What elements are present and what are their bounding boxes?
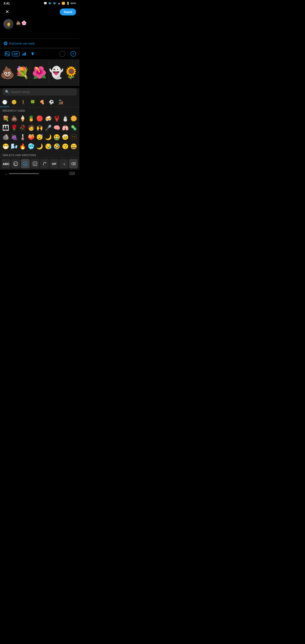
svg-point-10	[26, 163, 26, 164]
character-counter	[59, 51, 65, 57]
location-button[interactable]	[29, 50, 36, 58]
emoji-button[interactable]	[21, 159, 30, 168]
tweet-text[interactable]: 💩🌸	[16, 19, 76, 37]
tab-travel[interactable]: 🚂	[56, 98, 65, 107]
status-bar: 3:41 💬 🐦 🐦 ▲ 📶 🔋 94%	[0, 0, 80, 6]
wifi-icon: ▲	[58, 2, 60, 5]
bottom-handle	[9, 173, 39, 174]
emoji-cell[interactable]: 🦠	[70, 123, 78, 132]
svg-rect-4	[25, 52, 26, 56]
emoji-cell[interactable]: 🌙	[44, 132, 52, 142]
svg-rect-11	[33, 162, 37, 166]
emoji-keyboard: 🔍 🕐 😊 🚶 🍀 🍕 ⚽ 🚂 RECENTLY USED 💐 💩 🍦 🍍 🔴 …	[0, 88, 80, 158]
tweet-button[interactable]: Tweet	[60, 8, 76, 16]
gif-keyboard-button[interactable]: GIF	[50, 159, 58, 168]
tab-food[interactable]: 🍕	[37, 98, 46, 107]
sticker-item-0[interactable]: 💩💐	[0, 61, 30, 84]
tab-activities[interactable]: ⚽	[46, 98, 56, 107]
recently-used-grid: 💐 💩 🍦 🍍 🔴 🍻 🦞 ⛄ 🌼 👨‍👩‍👧 🌹 🥀 🧑 🙌 🎤 🧠 🫁 🦠 …	[0, 113, 80, 152]
svg-point-8	[23, 162, 27, 166]
poll-button[interactable]	[20, 50, 28, 58]
svg-point-7	[16, 163, 17, 164]
text-shortcut-button[interactable]: :-)	[59, 159, 68, 168]
emoji-cell[interactable]: 🍻	[44, 114, 52, 123]
emoji-cell[interactable]: 🤮	[53, 132, 61, 142]
emoji-cell[interactable]: 🥶	[27, 142, 35, 151]
emoji-cell[interactable]: 👨‍👩‍👧	[2, 123, 10, 132]
emoji-cell[interactable]: 😴	[36, 132, 44, 142]
tab-nature[interactable]: 🍀	[28, 98, 37, 107]
emoji-search-bar: 🔍	[2, 88, 77, 96]
emoji-cell[interactable]: 🍇	[10, 132, 18, 142]
add-content-button[interactable]: +	[70, 51, 76, 56]
emoji-cell[interactable]: 🌡️	[19, 132, 27, 142]
backspace-button[interactable]: ⌫	[69, 159, 78, 168]
abc-button[interactable]: ABC	[2, 159, 10, 168]
compose-area: 🤵 💩🌸	[0, 17, 80, 38]
svg-point-9	[24, 163, 25, 164]
emoji-cell[interactable]: 🫥	[70, 132, 78, 142]
emoji-cell[interactable]: 🤣	[53, 142, 61, 151]
tab-people[interactable]: 🚶	[19, 98, 28, 107]
notification-icon: 💬	[44, 2, 47, 5]
tab-recent[interactable]: 🕐	[0, 98, 9, 107]
keyboard-icon[interactable]: ⌨	[69, 171, 75, 176]
top-nav: ✕ Tweet	[0, 6, 80, 17]
sticker-item-2[interactable]: 👻🌻	[49, 61, 79, 84]
emoji-cell[interactable]: 😄	[70, 142, 78, 151]
chevron-down-icon[interactable]: ⌄	[4, 171, 8, 176]
svg-point-1	[6, 52, 7, 54]
status-time: 3:41	[4, 2, 10, 5]
sticker-item-3[interactable]: 🌼	[79, 61, 80, 84]
tab-smileys[interactable]: 😊	[9, 98, 19, 107]
bottom-handle-row: ⌄ ⌨	[0, 170, 80, 177]
emoji-cell[interactable]: 🔥	[19, 142, 27, 151]
emoji-cell[interactable]: 🔴	[36, 114, 44, 123]
category-tabs: 🕐 😊 🚶 🍀 🍕 ⚽ 🚂	[0, 98, 80, 107]
twitter-icon2: 🐦	[53, 2, 56, 5]
emoji-cell[interactable]: 💩	[10, 114, 18, 123]
reply-setting[interactable]: 🌐 Everyone can reply	[0, 39, 80, 48]
sticker-item-1[interactable]: 🌺	[30, 61, 49, 84]
emoji-cell[interactable]: 😷	[2, 142, 10, 151]
globe-icon: 🌐	[4, 41, 8, 45]
avatar: 🤵	[4, 19, 14, 29]
emoji-cell[interactable]: 😗	[61, 142, 69, 151]
emoji-cell[interactable]: ⛄	[61, 114, 69, 123]
emoji-cell[interactable]: 🙌	[36, 123, 44, 132]
sticker-button[interactable]	[11, 159, 20, 168]
emoji-cell[interactable]: 🤕	[61, 132, 69, 142]
reply-setting-label: Everyone can reply	[9, 42, 35, 45]
emoji-cell[interactable]: 🌙	[36, 142, 44, 151]
smileys-label: SMILEYS AND EMOTIONS	[0, 152, 80, 158]
emoji-cell[interactable]: 🦞	[53, 114, 61, 123]
emoticon-button[interactable]	[30, 159, 39, 168]
keyboard-bottom-bar: ABC ( ͡° GIF :-) ⌫	[0, 158, 80, 170]
emoji-cell[interactable]: 🥀	[19, 123, 27, 132]
emoji-cell[interactable]: 🌼	[70, 114, 78, 123]
emoji-cell[interactable]: 🫁	[61, 123, 69, 132]
emoji-cell[interactable]: 🌹	[10, 123, 18, 132]
emoji-cell[interactable]: 🎤	[44, 123, 52, 132]
emoji-search-input[interactable]	[11, 90, 74, 94]
search-icon: 🔍	[5, 90, 9, 94]
emoji-cell[interactable]: 🪨	[2, 132, 10, 142]
svg-rect-2	[22, 54, 23, 56]
image-button[interactable]	[4, 50, 11, 58]
gif-button[interactable]: GIF	[12, 51, 20, 56]
signal-icon: 📶	[62, 2, 65, 5]
emoji-cell[interactable]: 🍦	[19, 114, 27, 123]
emoji-cell[interactable]: 💐	[2, 114, 10, 123]
emoji-cell[interactable]: 🧑	[27, 123, 35, 132]
status-icons: 💬 🐦 🐦 ▲ 📶 🔋 94%	[44, 2, 76, 5]
emoji-cell[interactable]: 🌬️	[10, 142, 18, 151]
emoji-cell[interactable]: 😪	[44, 142, 52, 151]
emoji-cell[interactable]: 🧠	[53, 123, 61, 132]
battery-icon: 🔋 94%	[66, 2, 76, 5]
recently-used-label: RECENTLY USED	[0, 107, 80, 113]
close-button[interactable]: ✕	[4, 8, 11, 16]
emoji-cell[interactable]: 🍍	[27, 114, 35, 123]
sticker-suggestions: 💩💐 🌺 👻🌻 🌼	[0, 59, 80, 86]
kaomoji-button[interactable]: ( ͡°	[40, 159, 49, 168]
emoji-cell[interactable]: 🍑	[27, 132, 35, 142]
